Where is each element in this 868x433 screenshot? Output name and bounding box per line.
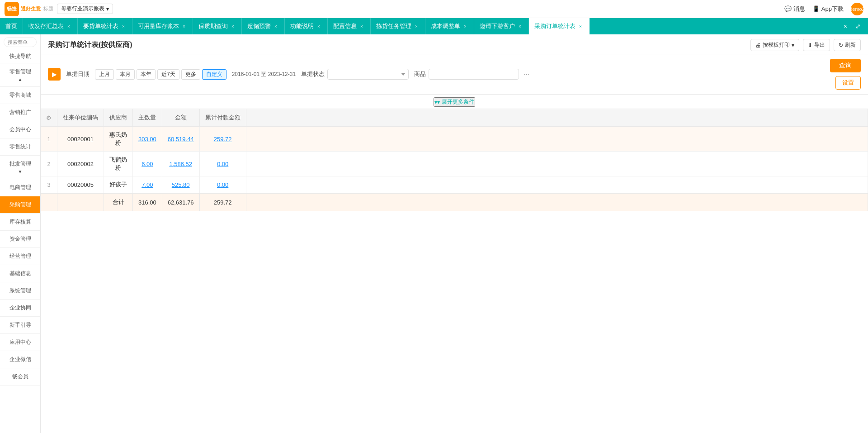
setting-button[interactable]: 设置 bbox=[835, 76, 861, 90]
tab-invite[interactable]: 邀请下游客户 × bbox=[474, 18, 529, 34]
quick-nav-label: 快捷导航 bbox=[9, 52, 31, 60]
basic-info-label: 基础信息 bbox=[9, 270, 31, 277]
status-select[interactable] bbox=[327, 69, 409, 80]
cell-paid[interactable]: 0.00 bbox=[199, 176, 246, 194]
cell-seq: 2 bbox=[41, 152, 57, 176]
tab-overstock[interactable]: 超储预警 × bbox=[242, 18, 285, 34]
sidebar-item-retail-shop[interactable]: 零售商城 bbox=[0, 87, 40, 104]
tab-overstock-close[interactable]: × bbox=[273, 23, 279, 29]
tab-order-summary[interactable]: 要货单统计表 × bbox=[78, 18, 132, 34]
sidebar-item-inventory[interactable]: 库存核算 bbox=[0, 214, 40, 231]
brand-name: 通好生意 bbox=[21, 5, 41, 12]
tab-pick-task[interactable]: 拣货任务管理 × bbox=[371, 18, 425, 34]
top-bar-left: 畅捷 通好生意 标题 母婴行业演示账表 ▾ bbox=[5, 2, 113, 16]
table-header-row: ⚙ 往来单位编码 供应商 主数量 金额 累计付款金额 bbox=[41, 109, 868, 127]
sidebar-item-operations[interactable]: 经营管理 bbox=[0, 248, 40, 265]
date-btn-custom[interactable]: 自定义 bbox=[202, 69, 226, 80]
cell-paid[interactable]: 259.72 bbox=[199, 127, 246, 152]
goods-input[interactable] bbox=[429, 69, 519, 80]
print-icon: 🖨 bbox=[755, 42, 761, 48]
tab-purchase-summary[interactable]: 采购订单统计表 × bbox=[529, 18, 590, 34]
date-shortcuts: 上月 本月 本年 近7天 更多 自定义 bbox=[95, 69, 226, 80]
cell-qty[interactable]: 6.00 bbox=[133, 152, 162, 176]
goods-more-btn[interactable]: ··· bbox=[522, 70, 531, 78]
col-code: 往来单位编码 bbox=[57, 109, 104, 127]
filter-toggle-btn[interactable]: ▶ bbox=[48, 68, 61, 81]
tab-cost-adjust[interactable]: 成本调整单 × bbox=[425, 18, 474, 34]
sidebar-item-ecommerce[interactable]: 电商管理 bbox=[0, 179, 40, 196]
tab-expiry-query-close[interactable]: × bbox=[230, 23, 236, 29]
download-icon: 📱 bbox=[812, 5, 820, 12]
tab-config-close[interactable]: × bbox=[359, 23, 365, 29]
sidebar-item-new-guide[interactable]: 新手引导 bbox=[0, 317, 40, 334]
refresh-button[interactable]: ↻ 刷新 bbox=[834, 39, 861, 51]
cell-code: 00020005 bbox=[57, 176, 104, 194]
cell-paid[interactable]: 0.00 bbox=[199, 152, 246, 176]
cell-amount[interactable]: 1,586.52 bbox=[162, 152, 199, 176]
wholesale-label: 批发管理 bbox=[9, 160, 31, 168]
tab-config[interactable]: 配置信息 × bbox=[328, 18, 371, 34]
tab-purchase-summary-close[interactable]: × bbox=[577, 23, 584, 29]
tab-function-desc[interactable]: 功能说明 × bbox=[285, 18, 328, 34]
tab-order-summary-close[interactable]: × bbox=[120, 23, 127, 29]
cell-amount[interactable]: 525.80 bbox=[162, 176, 199, 194]
tab-inventory-book[interactable]: 可用量库存账本 × bbox=[132, 18, 193, 34]
cell-qty[interactable]: 7.00 bbox=[133, 176, 162, 194]
sidebar-item-finance[interactable]: 资金管理 bbox=[0, 231, 40, 248]
tab-invite-close[interactable]: × bbox=[517, 23, 523, 29]
sidebar-item-system[interactable]: 系统管理 bbox=[0, 282, 40, 300]
print-button[interactable]: 🖨 按模板打印 ▾ bbox=[750, 39, 799, 51]
sidebar-item-enterprise-wechat[interactable]: 企业微信 bbox=[0, 351, 40, 368]
filter-area: ▶ 单据日期 上月 本月 本年 近7天 更多 自定义 2016-01-01 至 … bbox=[41, 54, 868, 95]
cell-qty[interactable]: 303.00 bbox=[133, 127, 162, 152]
cell-code: 00020002 bbox=[57, 152, 104, 176]
expand-conditions-btn[interactable]: ▾▾ 展开更多条件 bbox=[434, 97, 475, 107]
sidebar-item-purchase[interactable]: 采购管理 bbox=[0, 196, 40, 214]
nav-expand-btn[interactable]: ⤢ bbox=[852, 21, 864, 32]
expand-bar: ▾▾ 展开更多条件 bbox=[41, 95, 868, 109]
tab-invite-label: 邀请下游客户 bbox=[480, 22, 515, 30]
sidebar-item-app-center[interactable]: 应用中心 bbox=[0, 334, 40, 351]
sidebar-item-marketing[interactable]: 营销推广 bbox=[0, 104, 40, 121]
tab-receive-summary[interactable]: 收发存汇总表 × bbox=[23, 18, 78, 34]
sidebar-item-retail-stat[interactable]: 零售统计 bbox=[0, 138, 40, 156]
goods-filter-field: 商品 ··· bbox=[414, 69, 531, 80]
footer-amount: 62,631.76 bbox=[162, 193, 199, 211]
sidebar-item-vip[interactable]: 畅会员 bbox=[0, 368, 40, 385]
workspace-selector[interactable]: 母婴行业演示账表 ▾ bbox=[57, 4, 113, 14]
cell-supplier: 惠氏奶粉 bbox=[104, 127, 133, 152]
export-button[interactable]: ⬇ 导出 bbox=[803, 39, 830, 51]
settings-icon[interactable]: ⚙ bbox=[46, 114, 52, 121]
date-btn-this-month[interactable]: 本月 bbox=[116, 69, 135, 80]
sidebar-item-quick-nav[interactable]: 快捷导航 bbox=[0, 50, 40, 63]
tab-expiry-query[interactable]: 保质期查询 × bbox=[193, 18, 242, 34]
app-download-btn[interactable]: 📱 App下载 bbox=[812, 5, 844, 13]
date-btn-more[interactable]: 更多 bbox=[181, 69, 200, 80]
date-btn-this-year[interactable]: 本年 bbox=[137, 69, 156, 80]
tab-pick-task-close[interactable]: × bbox=[413, 23, 420, 29]
message-btn[interactable]: 💬 消息 bbox=[784, 5, 805, 13]
tab-cost-adjust-close[interactable]: × bbox=[462, 23, 468, 29]
user-profile[interactable]: demo2 bbox=[851, 3, 863, 15]
ecommerce-label: 电商管理 bbox=[9, 184, 31, 191]
sidebar-search-area bbox=[0, 34, 40, 50]
tab-inventory-book-close[interactable]: × bbox=[181, 23, 187, 29]
tab-function-desc-close[interactable]: × bbox=[316, 23, 322, 29]
sidebar-item-zero-retail[interactable]: 零售管理 ▲ bbox=[0, 63, 40, 87]
search-input[interactable] bbox=[4, 37, 37, 47]
date-btn-last-month[interactable]: 上月 bbox=[95, 69, 114, 80]
brand-subtitle: 标题 bbox=[43, 5, 53, 12]
tab-home-label: 首页 bbox=[5, 22, 17, 30]
date-btn-last-7days[interactable]: 近7天 bbox=[157, 69, 179, 80]
avatar: demo2 bbox=[851, 3, 863, 15]
tab-receive-summary-close[interactable]: × bbox=[66, 23, 72, 29]
sidebar-item-basic-info[interactable]: 基础信息 bbox=[0, 265, 40, 282]
expand-down-icon: ▾▾ bbox=[434, 99, 440, 105]
nav-close-btn[interactable]: × bbox=[840, 21, 851, 32]
sidebar-item-member[interactable]: 会员中心 bbox=[0, 121, 40, 138]
query-button[interactable]: 查询 bbox=[830, 59, 861, 72]
sidebar-item-wholesale[interactable]: 批发管理 ▼ bbox=[0, 156, 40, 179]
tab-home[interactable]: 首页 bbox=[0, 18, 23, 34]
sidebar-item-enterprise[interactable]: 企业协同 bbox=[0, 300, 40, 317]
cell-amount[interactable]: 60,519.44 bbox=[162, 127, 199, 152]
